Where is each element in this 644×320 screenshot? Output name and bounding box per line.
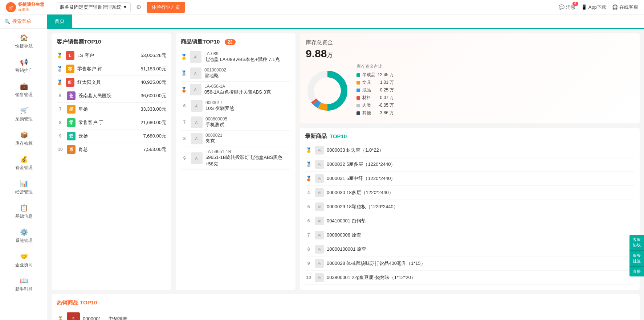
sidebar-item-system[interactable]: ⚙️ 系统管理 (0, 223, 47, 247)
trial-button[interactable]: 体验行业方案 (147, 2, 185, 13)
latest-products-card: 最新商品 TOP10 🥇 Ai 0000033 封边带（1.0*22） 🥈 (300, 128, 640, 290)
legend-item: 半成品 12.45 万 (356, 72, 394, 78)
search-label: 搜索菜单 (12, 18, 31, 25)
rank-avatar: 零 (66, 65, 74, 73)
latest-item: 8 Ai 10000100001 原查 (305, 242, 635, 257)
inventory-subtitle: 库存资金占比 (356, 63, 394, 70)
legend-val: 1.01 万 (380, 79, 394, 86)
legend-dot (356, 89, 360, 92)
message-item[interactable]: 💬 消息 6 (559, 4, 575, 11)
float-btn-community[interactable]: 服务社区 (629, 251, 644, 267)
guide-icon: 📖 (20, 277, 28, 285)
latest-info: 0000028 体械蔗核味苏打饮品400毫升（1*15） (327, 260, 635, 267)
sidebar-item-sales[interactable]: 💼 销售管理 (0, 77, 47, 102)
app-download-item[interactable]: 📱 App下载 (581, 4, 606, 11)
float-btn-hotline[interactable]: 客服热线 (629, 235, 644, 251)
legend-name: 文具 (362, 79, 378, 86)
product-info: LA-59651-1B 59651-1B旋转投影灯电池盒ABS黑色+58克 (205, 149, 290, 167)
sidebar-item-navigation[interactable]: 🏠 快捷导航 (0, 29, 47, 53)
product-item: 6 Ai 0000017 10S 变刹罗煞 (181, 98, 290, 114)
sidebar-item-purchase[interactable]: 🛒 采购管理 (0, 102, 47, 126)
sidebar-item-basic-info[interactable]: 📋 基础信息 (0, 199, 47, 223)
rank-name: 云扬 (78, 133, 140, 139)
product-info: 0000017 10S 变刹罗煞 (205, 100, 290, 112)
medal-icon: 🥉 (181, 87, 187, 93)
rank-name: 零售客户-许 (77, 66, 138, 72)
product-item: 7 Ai 000800005 手机测试 (181, 114, 290, 131)
product-code: 0000017 (205, 100, 290, 105)
enterprise-icon: 🤝 (20, 253, 28, 260)
latest-info: 004100001 白钢垫 (327, 218, 635, 224)
legend-val: -0.05 万 (379, 102, 394, 108)
sidebar-item-inventory[interactable]: 📦 库存核算 (0, 126, 47, 150)
online-service-item[interactable]: 🎧 在线客服 (612, 4, 638, 11)
latest-item: 🥇 Ai 0000033 封边带（1.0*22） (305, 143, 635, 157)
legend-list: 半成品 12.45 万 文具 1.01 万 成品 0 (356, 72, 394, 116)
float-btn-live[interactable]: 直播 (629, 267, 644, 276)
logo-sub: 标准版 (18, 7, 44, 12)
rank-num: 8 (305, 247, 312, 252)
latest-item: 10 Ai 003800001 22g鱼豆腐-烧烤味（1*12*20） (305, 271, 635, 285)
rank-num: 8 (57, 120, 64, 125)
main-area: 首页 客户销售额TOP10 🥇 L LS 客户 53,006.26元 🥈 零 (47, 15, 644, 320)
latest-item: 7 Ai 000800008 原查 (305, 228, 635, 242)
rank-num: 10 (57, 147, 64, 152)
purchase-icon: 🛒 (20, 107, 28, 115)
topbar-right: 💬 消息 6 📱 App下载 🎧 在线客服 (559, 4, 638, 11)
product-thumb: Ai (191, 116, 203, 128)
sidebar-item-label: 营销推广 (15, 67, 33, 74)
sidebar-item-marketing[interactable]: 📢 营销推广 (0, 53, 47, 77)
sidebar-item-guide[interactable]: 📖 新手引导 (0, 272, 47, 296)
rank-name: 苍南县人民医院 (78, 93, 138, 99)
rank-item: 🥉 红 红太阳文具 40,925.00元 (57, 76, 166, 89)
product-code: LA-089 (204, 51, 290, 56)
rank-amount: 53,006.26元 (140, 52, 166, 59)
system-selector[interactable]: 装备及固定资产辅助管理系统 ▼ (57, 2, 131, 12)
latest-info: 0000031 5厘中纤（1220*2440） (327, 175, 635, 182)
sidebar-item-enterprise[interactable]: 🤝 企业协同 (0, 247, 47, 272)
latest-item: 6 Ai 004100001 白钢垫 (305, 214, 635, 228)
product-item: 🥈 Ai 001000002 雪地靴 (181, 65, 290, 82)
rank-num: 4 (305, 190, 312, 195)
product-code: 0000021 (205, 133, 290, 138)
settings-icon[interactable]: ⚙ (134, 2, 144, 12)
rank-item: 7 星 星扬 33,333.00元 (57, 103, 166, 116)
product-info: LA-089 电池盖 LA-089 ABS本色+黑种 7.1克 (204, 51, 290, 63)
latest-info: 003800001 22g鱼豆腐-烧烤味（1*12*20） (327, 274, 635, 281)
sidebar-item-finance[interactable]: 💰 资金管理 (0, 150, 47, 175)
home-icon: 🏠 (20, 34, 28, 42)
rank-num: 7 (57, 107, 64, 112)
product-name: 59651-1B旋转投影灯电池盒ABS黑色+58克 (205, 154, 290, 167)
sales-badge: 22 (225, 39, 235, 45)
latest-thumb: Ai (315, 160, 324, 169)
sidebar-item-label: 采购管理 (15, 116, 33, 122)
latest-products-list: 🥇 Ai 0000033 封边带（1.0*22） 🥈 Ai 0000032 (305, 143, 635, 285)
medal-icon: 🥇 (181, 54, 187, 60)
latest-thumb: Ai (315, 245, 324, 254)
hot-products-title: 热销商品 TOP10 (57, 299, 635, 306)
sidebar-item-operations[interactable]: 📊 经营管理 (0, 175, 47, 199)
float-buttons: 客服热线 服务社区 直播 (629, 235, 644, 276)
hot-name: 0000001 中华神鹰 (83, 316, 635, 320)
logo-icon: 好 (6, 2, 16, 12)
inventory-amount: 9.88万 (306, 48, 634, 60)
customer-top10-title: 客户销售额TOP10 (57, 38, 166, 45)
product-info: 0000021 夹克 (205, 133, 290, 144)
rank-num: 8 (181, 136, 188, 141)
sales-icon: 💼 (20, 82, 28, 90)
rank-item: 8 零 零售客户-于 21,680.00元 (57, 116, 166, 130)
headset-icon: 🎧 (612, 4, 618, 10)
tab-home[interactable]: 首页 (47, 15, 72, 28)
medal-icon: 🥇 (57, 53, 63, 58)
sidebar-search[interactable]: 🔍 搜索菜单 (0, 15, 47, 29)
inventory-title: 库存总资金 (306, 39, 634, 46)
rank-amount: 33,333.00元 (140, 106, 166, 112)
product-name: 手机测试 (205, 122, 290, 128)
logo-text: 畅捷通好生意 (18, 2, 44, 8)
latest-item: 🥉 Ai 0000031 5厘中纤（1220*2440） (305, 172, 635, 186)
topbar-center: 装备及固定资产辅助管理系统 ▼ ⚙ 体验行业方案 (53, 2, 559, 13)
product-name: 电池盖 LA-089 ABS本色+黑种 7.1克 (204, 56, 290, 63)
latest-info: 0000033 封边带（1.0*22） (327, 147, 635, 153)
product-thumb: Ai (190, 84, 201, 95)
product-sales-title: 商品销量TOP10 22 (181, 38, 290, 45)
